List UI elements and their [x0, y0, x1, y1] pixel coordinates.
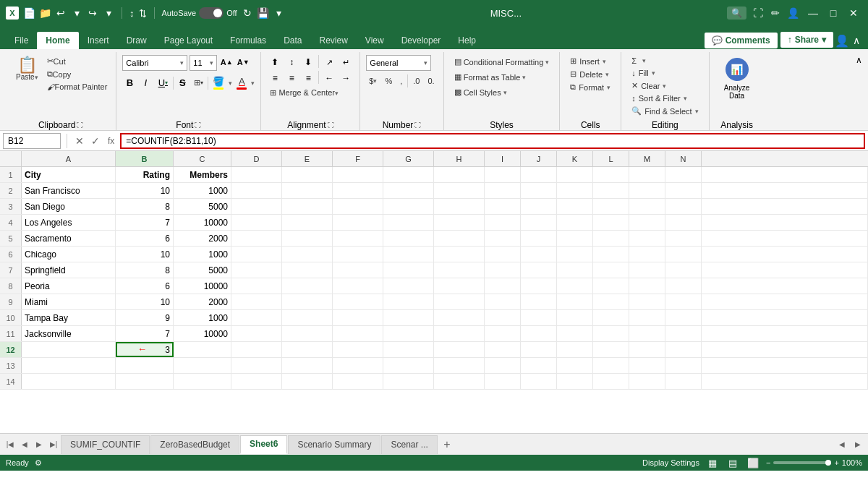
sheet-tab-sheet6[interactable]: Sheet6 — [240, 435, 287, 454]
find-select-btn[interactable]: 🔍 Find & Select ▾ — [627, 105, 702, 117]
cell-d2[interactable] — [231, 183, 282, 198]
redo-dropdown-btn[interactable]: ▾ — [103, 7, 114, 19]
cell-f2[interactable] — [333, 183, 383, 198]
cell-e14[interactable] — [282, 374, 333, 389]
view-page-break-btn[interactable]: ▤ — [726, 455, 740, 470]
cell-e5[interactable] — [282, 231, 333, 246]
insert-btn[interactable]: ⊞ Insert ▾ — [566, 55, 615, 67]
row-num-6[interactable]: 6 — [0, 247, 22, 262]
cell-l9[interactable] — [593, 294, 629, 309]
cell-b5[interactable]: 6 — [116, 231, 174, 246]
zoom-slider[interactable] — [773, 461, 831, 464]
cell-m8[interactable] — [629, 278, 665, 294]
cell-i7[interactable] — [485, 262, 521, 278]
cell-e13[interactable] — [282, 358, 333, 373]
row-num-11[interactable]: 11 — [0, 326, 22, 341]
cell-d12[interactable] — [231, 342, 282, 357]
cell-b9[interactable]: 10 — [116, 294, 174, 309]
row-num-10[interactable]: 10 — [0, 310, 22, 325]
cell-e3[interactable] — [282, 199, 333, 214]
row-num-7[interactable]: 7 — [0, 262, 22, 278]
cell-h10[interactable] — [434, 310, 485, 325]
cell-e10[interactable] — [282, 310, 333, 325]
tab-formulas[interactable]: Formulas — [221, 32, 275, 49]
cell-b2[interactable]: 10 — [116, 183, 174, 198]
cell-d13[interactable] — [231, 358, 282, 373]
cell-h14[interactable] — [434, 374, 485, 389]
share-btn[interactable]: ↑ Share ▾ — [780, 32, 833, 48]
cell-k13[interactable] — [557, 358, 593, 373]
cell-f5[interactable] — [333, 231, 383, 246]
cell-b11[interactable]: 7 — [116, 326, 174, 341]
cell-i10[interactable] — [485, 310, 521, 325]
save-dropdown-btn[interactable]: ▾ — [273, 7, 285, 19]
fx-btn[interactable]: fx — [105, 136, 117, 146]
sheet-nav-next[interactable]: ▶ — [32, 437, 46, 453]
cell-l14[interactable] — [593, 374, 629, 389]
cell-k8[interactable] — [557, 278, 593, 294]
row-num-13[interactable]: 13 — [0, 358, 22, 373]
cell-a9[interactable]: Miami — [22, 294, 116, 309]
cell-b6[interactable]: 10 — [116, 247, 174, 262]
col-header-a[interactable]: A — [22, 151, 116, 166]
sheet-scroll-right[interactable]: ▶ — [851, 437, 865, 453]
decrease-font-btn[interactable]: A▼ — [236, 55, 250, 69]
cell-a1[interactable]: City — [22, 167, 116, 182]
cell-k6[interactable] — [557, 247, 593, 262]
cell-l5[interactable] — [593, 231, 629, 246]
right-align-btn[interactable]: ≡ — [300, 71, 316, 85]
font-color-btn[interactable]: A — [234, 74, 250, 91]
cell-j12[interactable] — [521, 342, 557, 357]
cell-e9[interactable] — [282, 294, 333, 309]
cell-h9[interactable] — [434, 294, 485, 309]
cell-styles-btn[interactable]: ▩ Cell Styles ▾ — [450, 85, 511, 99]
col-header-j[interactable]: J — [521, 151, 557, 166]
cell-i4[interactable] — [485, 215, 521, 230]
col-header-h[interactable]: H — [434, 151, 485, 166]
cell-e12[interactable] — [282, 342, 333, 357]
minimize-btn[interactable]: — — [804, 4, 822, 22]
tab-home[interactable]: Home — [37, 32, 78, 49]
clipboard-expander[interactable]: ⛶ — [77, 121, 83, 129]
formula-input[interactable]: =COUNTIF(B2:B11,10) — [120, 133, 865, 149]
cell-a4[interactable]: Los Angeles — [22, 215, 116, 230]
fill-btn[interactable]: ↓ Fill ▾ — [627, 67, 702, 79]
cell-d3[interactable] — [231, 199, 282, 214]
cell-f14[interactable] — [333, 374, 383, 389]
cell-n11[interactable] — [665, 326, 702, 341]
cell-j8[interactable] — [521, 278, 557, 294]
cell-k14[interactable] — [557, 374, 593, 389]
cell-e11[interactable] — [282, 326, 333, 341]
cell-h1[interactable] — [434, 167, 485, 182]
cell-a6[interactable]: Chicago — [22, 247, 116, 262]
zoom-minus-btn[interactable]: − — [766, 458, 770, 467]
cell-m4[interactable] — [629, 215, 665, 230]
col-header-d[interactable]: D — [231, 151, 282, 166]
cell-n1[interactable] — [665, 167, 702, 182]
cell-k11[interactable] — [557, 326, 593, 341]
col-header-k[interactable]: K — [557, 151, 593, 166]
cell-e8[interactable] — [282, 278, 333, 294]
cell-m14[interactable] — [629, 374, 665, 389]
cell-n13[interactable] — [665, 358, 702, 373]
cell-g14[interactable] — [383, 374, 434, 389]
cell-m1[interactable] — [629, 167, 665, 182]
row-num-8[interactable]: 8 — [0, 278, 22, 294]
sheet-tab-budget[interactable]: ZeroBasedBudget — [150, 435, 239, 454]
undo-dropdown-btn[interactable]: ▾ — [71, 7, 82, 19]
pen-btn[interactable]: ✏ — [770, 7, 781, 19]
fill-color-dropdown[interactable]: ▾ — [229, 80, 232, 87]
col-header-i[interactable]: I — [485, 151, 521, 166]
cell-j2[interactable] — [521, 183, 557, 198]
tab-file[interactable]: File — [6, 32, 37, 49]
cell-f11[interactable] — [333, 326, 383, 341]
cell-a2[interactable]: San Francisco — [22, 183, 116, 198]
sort-filter-btn[interactable]: ↕ Sort & Filter ▾ — [627, 93, 702, 104]
cell-c9[interactable]: 2000 — [174, 294, 231, 309]
formula-cancel-btn[interactable]: ✕ — [73, 134, 86, 147]
cell-i6[interactable] — [485, 247, 521, 262]
cell-a14[interactable] — [22, 374, 116, 389]
cell-a10[interactable]: Tampa Bay — [22, 310, 116, 325]
display-settings-btn[interactable]: Display Settings — [642, 458, 699, 467]
cell-f7[interactable] — [333, 262, 383, 278]
